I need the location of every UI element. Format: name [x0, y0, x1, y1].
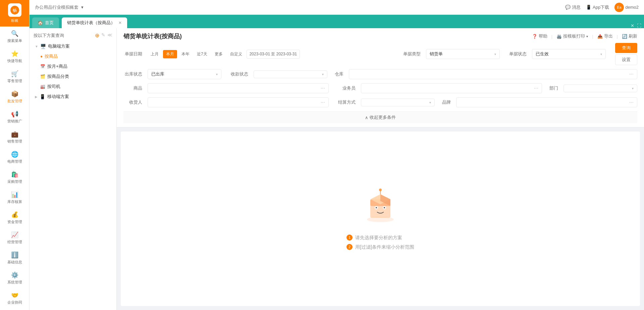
desktop-icon: 🖥️ [40, 44, 46, 49]
date-label: 单据日期 [123, 51, 142, 57]
empty-state: 1 请先选择要分析的方案 2 用[过滤]条件来缩小分析范围 [121, 132, 640, 306]
order-type-select[interactable]: 销货单 ▾ [426, 49, 500, 59]
app-download-button[interactable]: 📱 App下载 [586, 4, 609, 10]
sidebar-item-wholesale[interactable]: 📦 批发管理 [0, 87, 29, 107]
sidebar-item-marketing[interactable]: 📢 营销推广 [0, 107, 29, 127]
tree-child-by-warehouse[interactable]: 🏭 按司机 [38, 82, 114, 92]
consignee-dots-icon: ··· [321, 99, 325, 105]
page-title: 销货单统计表(按商品) [123, 32, 182, 40]
print-button[interactable]: 🖨️ 按模板打印 ▾ [556, 33, 588, 39]
tree-collapse-icon: ▶ [35, 95, 38, 99]
warehouse2-input[interactable]: ··· [349, 69, 637, 79]
salesperson-dots-icon: ··· [534, 85, 538, 91]
sidebar-item-basic[interactable]: ℹ️ 基础信息 [0, 248, 29, 268]
settlement-label: 结算方式 [334, 99, 356, 105]
payment-status-select[interactable]: ▾ [254, 70, 327, 78]
close-icon[interactable]: ✕ [631, 23, 634, 28]
date-btn-this-year[interactable]: 本年 [178, 50, 193, 58]
sidebar-menu: 🔍 搜索菜单 ⭐ 快捷导航 🛒 零售管理 📦 批发管理 📢 营销推广 💼 销售管… [0, 27, 29, 310]
message-icon: 💬 [565, 5, 571, 10]
info-icon: ℹ️ [11, 251, 18, 259]
sidebar-item-quicknav[interactable]: ⭐ 快捷导航 [0, 47, 29, 67]
messages-button[interactable]: 💬 消息 [565, 4, 581, 10]
sidebar-item-purchase[interactable]: 🛍️ 采购管理 [0, 167, 29, 188]
tree-expand-icon: ▼ [35, 45, 38, 48]
tree-child-by-category[interactable]: 🗂️ 按商品分类 [38, 71, 114, 82]
topbar-left: 办公用品行业模拟账套 ▾ [35, 4, 84, 10]
sidebar-item-system[interactable]: ⚙️ 系统管理 [0, 268, 29, 288]
salesperson-input[interactable]: ··· [361, 83, 542, 93]
topbar-title: 办公用品行业模拟账套 [35, 4, 78, 10]
topbar: 办公用品行业模拟账套 ▾ 💬 消息 📱 App下载 Ea demo2 [30, 0, 644, 15]
home-icon: 🏠 [38, 20, 43, 25]
settings-button[interactable]: 设置 [615, 54, 637, 65]
warehouse-status-select[interactable]: 已出库 ▾ [148, 69, 221, 79]
handshake-icon: 🤝 [11, 292, 18, 299]
empty-illustration [360, 186, 400, 226]
add-scheme-button[interactable]: ⊕ [95, 32, 99, 39]
export-icon: 📤 [597, 34, 603, 39]
sidebar-item-inventory[interactable]: 📊 库存核算 [0, 188, 29, 208]
product-scheme-icon: ● [40, 54, 43, 59]
content-area: 按以下方案查询 ⊕ ✎ ≪ ▼ 🖥️ 电脑端方案 ● 按商品 [30, 28, 644, 310]
box-icon: 📦 [11, 90, 18, 98]
warehouse-status-dropdown-icon: ▾ [216, 72, 218, 76]
collapse-more-conditions[interactable]: ∧ 收起更多条件 [123, 111, 637, 123]
query-button[interactable]: 查询 [615, 43, 637, 53]
chevron-up-icon: ∧ [365, 115, 368, 120]
date-btn-more[interactable]: 更多 [212, 50, 226, 58]
topbar-dropdown[interactable]: ▾ [81, 5, 84, 10]
sidebar-item-ecommerce[interactable]: 🌐 电商管理 [0, 147, 29, 167]
svg-point-9 [376, 207, 377, 208]
tab-stats[interactable]: 销货单统计表（按商品） ✕ [62, 17, 127, 28]
date-control: 上月 本月 本年 近7天 更多 自定义 2023-03-01 至 2023-03… [148, 50, 394, 59]
tab-close-icon[interactable]: ✕ [118, 20, 122, 25]
sidebar-item-finance[interactable]: 💰 资金管理 [0, 208, 29, 228]
sidebar-item-search[interactable]: 🔍 搜索菜单 [0, 27, 29, 47]
shopping-icon: 🛍️ [11, 171, 18, 178]
consignee-input[interactable]: ··· [148, 97, 329, 107]
tab-home[interactable]: 🏠 首页 [32, 17, 59, 28]
department-select[interactable]: ▾ [564, 85, 637, 92]
tree-child-by-product[interactable]: ● 按商品 [38, 51, 114, 61]
maximize-icon[interactable]: ⛶ [637, 23, 641, 28]
date-btn-this-month[interactable]: 本月 [163, 50, 177, 58]
collapse-panel-icon[interactable]: ≪ [107, 32, 112, 39]
order-status-select[interactable]: 已生效 ▾ [532, 49, 606, 59]
warehouse-status-label: 出库状态 [123, 71, 142, 77]
sidebar-item-newbie[interactable]: 🎯 新手引导 [0, 308, 29, 310]
payment-status-label: 收款状态 [227, 71, 248, 77]
salesperson-label: 业务员 [334, 85, 356, 91]
sidebar-item-retail[interactable]: 🛒 零售管理 [0, 67, 29, 87]
date-range-input[interactable]: 2023-03-01 至 2023-03-31 [247, 50, 300, 59]
gear-icon: ⚙️ [11, 271, 18, 279]
settlement-dropdown-icon: ▾ [429, 101, 431, 104]
order-status-dropdown-icon: ▾ [600, 52, 602, 56]
brand-dots-icon: ··· [629, 99, 634, 105]
svg-text:畅: 畅 [13, 8, 17, 13]
date-btn-last-month[interactable]: 上月 [148, 50, 162, 58]
sidebar-item-operation[interactable]: 📈 经营管理 [0, 228, 29, 248]
sidebar-item-enterprise[interactable]: 🤝 企业协同 [0, 288, 29, 308]
edit-scheme-icon[interactable]: ✎ [101, 32, 105, 39]
brand-input[interactable]: ··· [456, 97, 637, 107]
tree-node-mobile[interactable]: ▶ 📱 移动端方案 [32, 92, 114, 102]
tree-child-by-month-product[interactable]: 📅 按月+商品 [38, 61, 114, 71]
tree-node-desktop[interactable]: ▼ 🖥️ 电脑端方案 [32, 41, 114, 51]
date-btn-7days[interactable]: 近7天 [194, 50, 210, 58]
tabbar: 🏠 首页 销货单统计表（按商品） ✕ ✕ ⛶ [30, 15, 644, 28]
refresh-button[interactable]: 🔄 刷新 [622, 33, 637, 39]
export-button[interactable]: 📤 导出 [597, 33, 613, 39]
empty-text: 1 请先选择要分析的方案 2 用[过滤]条件来缩小分析范围 [346, 233, 414, 252]
help-button[interactable]: ❓ 帮助 [532, 33, 547, 39]
print-icon: 🖨️ [556, 34, 562, 39]
sidebar-item-sales[interactable]: 💼 销售管理 [0, 127, 29, 147]
date-btn-custom[interactable]: 自定义 [227, 50, 245, 58]
product-input[interactable]: ··· [148, 83, 329, 93]
page-actions: ❓ 帮助 | 🖨️ 按模板打印 ▾ | 📤 导出 [532, 33, 637, 39]
logo-area[interactable]: 畅 标账 [0, 0, 29, 27]
print-dropdown-icon: ▾ [586, 35, 588, 38]
left-panel: 按以下方案查询 ⊕ ✎ ≪ ▼ 🖥️ 电脑端方案 ● 按商品 [30, 28, 117, 310]
user-area[interactable]: Ea demo2 [614, 3, 639, 12]
settlement-select[interactable]: ▾ [361, 99, 435, 106]
